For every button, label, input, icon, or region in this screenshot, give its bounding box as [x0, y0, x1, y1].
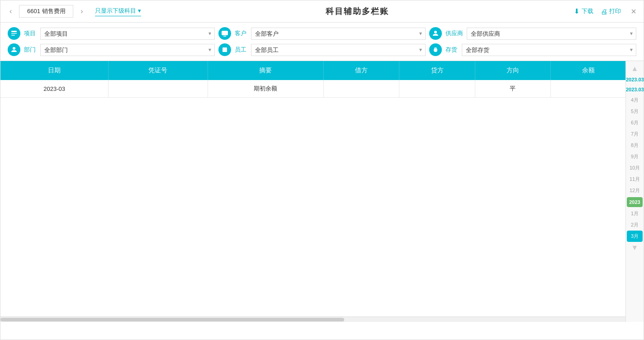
inventory-select[interactable]: 全部存货 — [462, 44, 636, 56]
sidebar-item-2023-03-end[interactable]: 2023.03 — [626, 85, 644, 94]
project-select[interactable]: 全部项目 — [40, 28, 215, 40]
dept-select-wrap: 全部部门 — [40, 44, 215, 56]
header-bar: ‹ 6601 销售费用 › 只显示下级科目 ▾ 科目辅助多栏账 ⬇ 下载 🖨 打… — [0, 0, 644, 23]
table-body: 2023-03 期初余额 平 — [0, 80, 625, 98]
col-debit: 借方 — [324, 61, 399, 80]
svg-rect-1 — [11, 33, 17, 34]
cell-balance — [551, 80, 625, 98]
col-date: 日期 — [0, 61, 109, 80]
project-icon — [8, 27, 20, 40]
table-area: 日期 凭证号 摘要 借方 贷方 方向 余额 2023-03 期初余额 — [0, 61, 625, 322]
sidebar-item-month-9[interactable]: 9月 — [626, 151, 644, 162]
close-button[interactable]: × — [631, 6, 636, 17]
col-voucher: 凭证号 — [109, 61, 208, 80]
inventory-icon — [429, 43, 442, 56]
employee-select-wrap: 全部员工 — [251, 44, 426, 56]
right-sidebar: ▲ 2023.03 2023.03 4月 5月 6月 7月 8月 9月 10月 … — [625, 61, 644, 322]
svg-rect-6 — [223, 47, 227, 52]
col-direction: 方向 — [475, 61, 550, 80]
cell-debit — [324, 80, 399, 98]
table-row: 2023-03 期初余额 平 — [0, 80, 625, 98]
main-window: ‹ 6601 销售费用 › 只显示下级科目 ▾ 科目辅助多栏账 ⬇ 下载 🖨 打… — [0, 0, 644, 340]
filter-row-supplier: 供应商 全部供应商 — [429, 27, 636, 40]
sidebar-item-month-10[interactable]: 10月 — [626, 162, 644, 174]
main-content: 日期 凭证号 摘要 借方 贷方 方向 余额 2023-03 期初余额 — [0, 61, 644, 322]
sidebar-item-month-12[interactable]: 12月 — [626, 185, 644, 196]
svg-point-4 — [434, 31, 437, 33]
supplier-icon — [429, 27, 442, 40]
action-buttons: ⬇ 下载 🖨 打印 — [574, 7, 621, 15]
project-select-wrap: 全部项目 — [40, 28, 215, 40]
cell-summary: 期初余额 — [208, 80, 324, 98]
sidebar-item-month-8[interactable]: 8月 — [626, 140, 644, 151]
table-header-row: 日期 凭证号 摘要 借方 贷方 方向 余额 — [0, 61, 625, 80]
horizontal-scrollbar[interactable] — [0, 316, 625, 322]
filter-bar: 项目 全部项目 客户 全部客户 供应商 — [0, 23, 644, 61]
sidebar-scroll-down-button[interactable]: ▼ — [630, 242, 640, 254]
show-sub-label: 只显示下级科目 — [95, 7, 136, 15]
inventory-label: 存货 — [445, 46, 458, 54]
supplier-label: 供应商 — [445, 29, 463, 38]
svg-rect-3 — [222, 31, 228, 35]
filter-row-customer: 客户 全部客户 — [218, 27, 426, 40]
employee-label: 员工 — [235, 46, 247, 54]
print-button[interactable]: 🖨 打印 — [601, 7, 621, 15]
customer-select-wrap: 全部客户 — [251, 28, 426, 40]
account-code-display: 6601 销售费用 — [19, 5, 73, 18]
sidebar-item-month-7[interactable]: 7月 — [626, 128, 644, 140]
employee-icon — [218, 43, 231, 56]
supplier-select-wrap: 全部供应商 — [467, 28, 636, 40]
page-title: 科目辅助多栏账 — [147, 6, 569, 17]
inventory-select-wrap: 全部存货 — [462, 44, 636, 56]
sidebar-item-month-5[interactable]: 5月 — [626, 106, 644, 117]
download-button[interactable]: ⬇ 下载 — [574, 7, 593, 15]
download-icon: ⬇ — [574, 7, 580, 15]
next-account-button[interactable]: › — [79, 6, 85, 16]
svg-rect-2 — [11, 35, 15, 36]
sidebar-item-2023-03-start[interactable]: 2023.03 — [626, 75, 644, 85]
download-label: 下载 — [582, 7, 593, 15]
sidebar-item-month-3-active[interactable]: 3月 — [627, 231, 643, 242]
cell-date: 2023-03 — [0, 80, 109, 98]
print-icon: 🖨 — [601, 8, 607, 15]
cell-voucher — [109, 80, 208, 98]
sidebar-year-2023[interactable]: 2023 — [627, 197, 643, 207]
customer-select[interactable]: 全部客户 — [251, 28, 426, 40]
ledger-table: 日期 凭证号 摘要 借方 贷方 方向 余额 2023-03 期初余额 — [0, 61, 625, 98]
filter-row-employee: 员工 全部员工 — [218, 43, 426, 56]
filter-row-inventory: 存货 全部存货 — [429, 43, 636, 56]
dept-label: 部门 — [24, 46, 37, 54]
sidebar-item-month-11[interactable]: 11月 — [626, 174, 644, 185]
svg-rect-0 — [11, 31, 17, 32]
col-summary: 摘要 — [208, 61, 324, 80]
sidebar-item-month-4[interactable]: 4月 — [626, 94, 644, 106]
svg-point-8 — [434, 48, 437, 52]
employee-select[interactable]: 全部员工 — [251, 44, 426, 56]
sidebar-item-month-2[interactable]: 2月 — [626, 219, 644, 231]
show-sub-accounts-button[interactable]: 只显示下级科目 ▾ — [95, 7, 141, 16]
filter-row-dept: 部门 全部部门 — [8, 43, 215, 56]
prev-account-button[interactable]: ‹ — [8, 6, 14, 16]
filter-row-project: 项目 全部项目 — [8, 27, 215, 40]
cell-credit — [399, 80, 475, 98]
dept-select[interactable]: 全部部门 — [40, 44, 215, 56]
scrollbar-thumb[interactable] — [0, 318, 344, 321]
cell-direction: 平 — [475, 80, 550, 98]
supplier-select[interactable]: 全部供应商 — [467, 28, 636, 40]
customer-icon — [218, 27, 231, 40]
project-label: 项目 — [24, 29, 37, 38]
show-sub-arrow-icon: ▾ — [138, 7, 141, 14]
print-label: 打印 — [609, 7, 621, 15]
svg-point-5 — [13, 47, 15, 50]
col-balance: 余额 — [551, 61, 625, 80]
sidebar-item-month-6[interactable]: 6月 — [626, 117, 644, 128]
sidebar-scroll-up-button[interactable]: ▲ — [630, 63, 640, 75]
col-credit: 贷方 — [399, 61, 475, 80]
dept-icon — [8, 43, 20, 56]
sidebar-item-month-1[interactable]: 1月 — [626, 208, 644, 219]
customer-label: 客户 — [235, 29, 247, 38]
